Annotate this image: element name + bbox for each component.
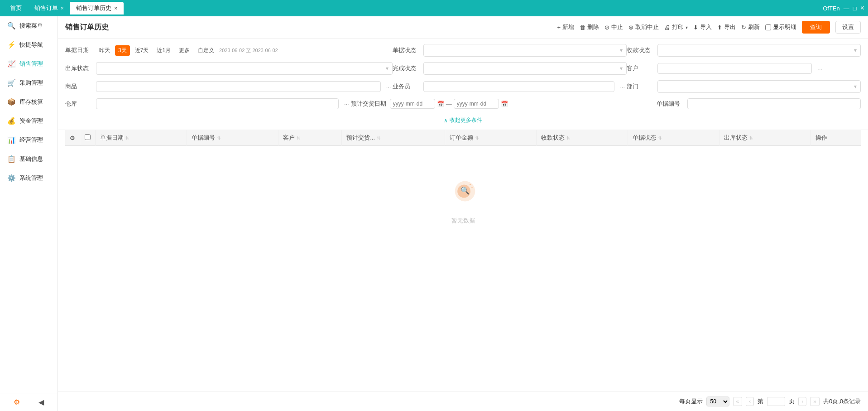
- sidebar-item-basic-info[interactable]: 📋 基础信息: [0, 150, 58, 169]
- date-btn-custom[interactable]: 自定义: [195, 45, 217, 56]
- goods-dots[interactable]: ···: [384, 83, 393, 90]
- prev-page-button[interactable]: ‹: [746, 397, 754, 406]
- order-no-input[interactable]: [687, 98, 861, 109]
- first-page-button[interactable]: «: [733, 397, 743, 406]
- th-order-status[interactable]: 单据状态 ⇅: [628, 130, 719, 146]
- page-input[interactable]: 1: [767, 397, 785, 406]
- search-menu-icon: 🔍: [7, 22, 16, 30]
- print-button[interactable]: 🖨 打印 ▾: [664, 23, 688, 31]
- th-customer[interactable]: 客户 ⇅: [278, 130, 342, 146]
- query-button[interactable]: 查询: [802, 21, 830, 34]
- completion-status-select[interactable]: ▾: [423, 62, 627, 75]
- settings-button[interactable]: 设置: [835, 21, 861, 34]
- refresh-icon: ↻: [741, 24, 746, 31]
- order-status-select[interactable]: ▾: [423, 44, 627, 57]
- export-label: 导出: [724, 23, 736, 31]
- sidebar-item-search-menu[interactable]: 🔍 搜索菜单: [0, 16, 58, 35]
- collapse-bar[interactable]: ∧ 收起更多条件: [65, 115, 861, 126]
- sales-mgmt-icon: 📈: [7, 60, 16, 68]
- tab-sales-history-close[interactable]: ×: [114, 5, 117, 11]
- filter-salesperson: 业务员 ···: [393, 81, 627, 92]
- import-button[interactable]: ⬇ 导入: [693, 23, 712, 31]
- salesperson-input[interactable]: [423, 81, 614, 92]
- department-select[interactable]: ▾: [657, 80, 861, 93]
- sidebar-item-operations[interactable]: 📊 经营管理: [0, 131, 58, 150]
- cancel-stop-button[interactable]: ⊗ 取消中止: [628, 23, 659, 31]
- operations-icon: 📊: [7, 136, 16, 144]
- sidebar-item-search-menu-label: 搜索菜单: [19, 22, 43, 30]
- goods-input[interactable]: [96, 81, 381, 92]
- th-customer-sort: ⇅: [297, 135, 300, 140]
- th-payment-status[interactable]: 收款状态 ⇅: [536, 130, 628, 146]
- calendar-from-icon[interactable]: 📅: [437, 101, 444, 107]
- date-btn-3days[interactable]: 3天: [115, 45, 130, 56]
- date-btn-more[interactable]: 更多: [176, 45, 193, 56]
- warehouse-input[interactable]: [96, 98, 339, 109]
- filter-row-1: 单据日期 昨天 3天 近7天 近1月 更多 自定义 2023-06-02 至 2…: [65, 44, 861, 57]
- filter-date: 单据日期 昨天 3天 近7天 近1月 更多 自定义 2023-06-02 至 2…: [65, 45, 393, 56]
- delete-button[interactable]: 🗑 删除: [580, 23, 599, 31]
- collapse-up-icon: ∧: [444, 117, 448, 124]
- minimize-icon[interactable]: —: [844, 5, 849, 12]
- total-text: 共0页,0条记录: [823, 397, 861, 406]
- sidebar-item-system-mgmt[interactable]: ⚙️ 系统管理: [0, 169, 58, 188]
- warehouse-label: 仓库: [65, 100, 92, 108]
- sidebar-settings-icon[interactable]: ⚙: [14, 398, 20, 406]
- warehouse-dots[interactable]: ···: [342, 101, 351, 107]
- payment-status-select[interactable]: ▾: [657, 44, 861, 57]
- filter-payment-status: 收款状态 ▾: [627, 44, 861, 57]
- next-page-button[interactable]: ›: [798, 397, 806, 406]
- date-btn-today[interactable]: 昨天: [96, 45, 113, 56]
- data-table: ⚙ 单据日期 ⇅ 单据编号 ⇅: [65, 130, 861, 146]
- th-date[interactable]: 单据日期 ⇅: [96, 130, 187, 146]
- stop-button[interactable]: ⊘ 中止: [604, 23, 623, 31]
- last-page-button[interactable]: »: [810, 397, 820, 406]
- th-settings[interactable]: ⚙: [65, 130, 80, 146]
- delivery-status-select[interactable]: ▾: [96, 62, 393, 75]
- th-order-no[interactable]: 单据编号 ⇅: [187, 130, 278, 146]
- export-button[interactable]: ⬆ 导出: [717, 23, 736, 31]
- expected-delivery-from[interactable]: [390, 99, 435, 109]
- tab-sales-order-close[interactable]: ×: [61, 5, 63, 11]
- refresh-button[interactable]: ↻ 刷新: [741, 23, 760, 31]
- salesperson-label: 业务员: [393, 82, 420, 91]
- expected-delivery-to[interactable]: [454, 99, 499, 109]
- sidebar-item-purchase-mgmt[interactable]: 🛒 采购管理: [0, 73, 58, 92]
- page-size-select[interactable]: 50 10 20 100: [706, 396, 729, 406]
- sidebar-item-quick-nav[interactable]: ⚡ 快捷导航: [0, 35, 58, 54]
- date-btn-month[interactable]: 近1月: [153, 45, 174, 56]
- collapse-label: 收起更多条件: [450, 116, 482, 124]
- tab-sales-order[interactable]: 销售订单 ×: [28, 2, 70, 15]
- tab-sales-history[interactable]: 销售订单历史 ×: [70, 2, 123, 15]
- th-expected-delivery-label: 预计交货...: [346, 134, 375, 142]
- sidebar-item-sales-mgmt[interactable]: 📈 销售管理: [0, 54, 58, 73]
- new-label: 新增: [562, 23, 574, 31]
- show-columns-checkbox[interactable]: [765, 24, 771, 30]
- th-expected-delivery[interactable]: 预计交货... ⇅: [342, 130, 445, 146]
- date-dash: —: [446, 101, 452, 107]
- tab-home[interactable]: 首页: [4, 2, 28, 15]
- customer-input[interactable]: [657, 63, 812, 74]
- salesperson-dots[interactable]: ···: [618, 83, 627, 90]
- th-order-amount[interactable]: 订单金额 ⇅: [445, 130, 536, 146]
- th-order-amount-label: 订单金额: [450, 134, 473, 142]
- th-checkbox[interactable]: [80, 130, 96, 146]
- date-btn-7days[interactable]: 近7天: [132, 45, 152, 56]
- window-close-icon[interactable]: ×: [860, 4, 864, 12]
- select-all-checkbox[interactable]: [85, 134, 91, 140]
- th-delivery-status[interactable]: 出库状态 ⇅: [719, 130, 810, 146]
- sidebar-collapse-icon[interactable]: ◀: [38, 398, 44, 406]
- finance-icon: 💰: [7, 117, 16, 125]
- new-button[interactable]: + 新增: [557, 23, 574, 31]
- page-label: 第: [758, 397, 763, 406]
- main-layout: 🔍 搜索菜单 ⚡ 快捷导航 📈 销售管理 🛒 采购管理 📦 库存核算 💰 资金管…: [0, 16, 868, 411]
- restore-icon[interactable]: □: [853, 5, 857, 12]
- cancel-stop-icon: ⊗: [628, 24, 633, 31]
- sidebar-item-finance[interactable]: 💰 资金管理: [0, 111, 58, 131]
- calendar-to-icon[interactable]: 📅: [501, 101, 508, 107]
- system-mgmt-icon: ⚙️: [7, 174, 16, 182]
- sidebar-item-inventory[interactable]: 📦 库存核算: [0, 92, 58, 111]
- customer-dots[interactable]: ···: [815, 65, 824, 72]
- empty-state: 🔍 ~ ~ 暂无数据: [65, 146, 861, 252]
- th-date-label: 单据日期: [100, 134, 124, 142]
